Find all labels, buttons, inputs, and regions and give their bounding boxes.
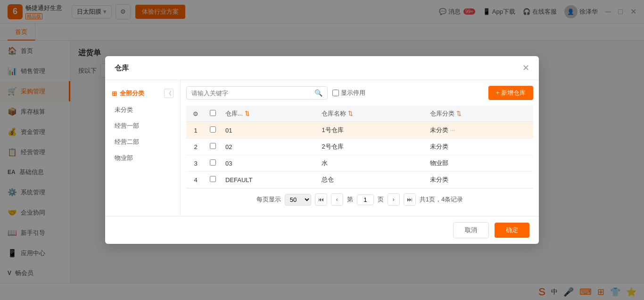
row-code: 03 — [221, 155, 317, 172]
row-checkbox[interactable] — [210, 143, 216, 149]
first-page-button[interactable]: ⏮ — [315, 193, 327, 206]
table-header: ⚙ 仓库...⇅ 仓库名称⇅ 仓库分类⇅ — [186, 106, 533, 122]
th-settings: ⚙ — [186, 106, 205, 122]
category-item-dept1[interactable]: 经营一部 — [105, 118, 180, 134]
warehouse-table: ⚙ 仓库...⇅ 仓库名称⇅ 仓库分类⇅ 1 01 1号仓库 未分类 ··· — [186, 106, 533, 188]
category-all-label: ⊞ 全部分类 — [112, 89, 144, 98]
dialog-footer: 取消 确定 — [105, 216, 539, 244]
category-item-unclassified[interactable]: 未分类 — [105, 102, 180, 118]
th-checkbox — [205, 106, 221, 122]
row-num: 3 — [186, 155, 205, 172]
confirm-button[interactable]: 确定 — [495, 223, 529, 238]
row-category: 未分类 — [425, 139, 533, 155]
th-category: 仓库分类⇅ — [425, 106, 533, 122]
table-row[interactable]: 4 DEFAULT 总仓 未分类 — [186, 172, 533, 188]
show-disabled-label[interactable]: 显示停用 — [332, 89, 365, 97]
add-warehouse-button[interactable]: + 新增仓库 — [488, 86, 533, 100]
row-num: 2 — [186, 139, 205, 155]
search-box: 🔍 — [186, 86, 328, 100]
row-code: 02 — [221, 139, 317, 155]
row-checkbox-cell — [205, 122, 221, 139]
dialog-body: ⊞ 全部分类 《 未分类 经营一部 经营二部 物业部 🔍 显示停用 — [105, 80, 539, 216]
category-all-header[interactable]: ⊞ 全部分类 《 — [105, 85, 180, 102]
row-category: 物业部 — [425, 155, 533, 172]
category-panel: ⊞ 全部分类 《 未分类 经营一部 经营二部 物业部 — [105, 80, 181, 216]
row-checkbox-cell — [205, 172, 221, 188]
row-name: 2号仓库 — [317, 139, 425, 155]
per-page-label: 每页显示 — [256, 195, 281, 204]
page-total: 共1页，4条记录 — [420, 195, 463, 204]
cancel-button[interactable]: 取消 — [453, 222, 489, 238]
dialog-title: 仓库 — [115, 64, 129, 73]
prev-page-button[interactable]: ‹ — [331, 193, 343, 206]
row-num: 1 — [186, 122, 205, 139]
table-row[interactable]: 3 03 水 物业部 — [186, 155, 533, 172]
th-name: 仓库名称⇅ — [317, 106, 425, 122]
th-code: 仓库...⇅ — [221, 106, 317, 122]
page-number-input[interactable] — [357, 194, 374, 205]
warehouse-dialog: 仓库 ✕ ⊞ 全部分类 《 未分类 经营一部 经营二部 物业部 🔍 — [105, 56, 539, 244]
search-icon: 🔍 — [314, 89, 322, 97]
table-row[interactable]: 2 02 2号仓库 未分类 — [186, 139, 533, 155]
collapse-button[interactable]: 《 — [164, 89, 173, 98]
search-input[interactable] — [191, 90, 314, 97]
row-name: 总仓 — [317, 172, 425, 188]
row-category: 未分类 ··· — [425, 122, 533, 139]
grid-icon: ⊞ — [112, 90, 117, 97]
per-page-select[interactable]: 50 20 100 — [285, 194, 311, 206]
all-category-text: 全部分类 — [120, 89, 144, 98]
next-page-button[interactable]: › — [388, 193, 400, 206]
row-checkbox-cell — [205, 139, 221, 155]
last-page-button[interactable]: ⏭ — [404, 193, 416, 206]
category-item-property[interactable]: 物业部 — [105, 150, 180, 166]
table-row[interactable]: 1 01 1号仓库 未分类 ··· — [186, 122, 533, 139]
row-name: 1号仓库 — [317, 122, 425, 139]
row-name: 水 — [317, 155, 425, 172]
row-category: 未分类 — [425, 172, 533, 188]
row-code: DEFAULT — [221, 172, 317, 188]
table-body: 1 01 1号仓库 未分类 ··· 2 02 2号仓库 未分类 3 — [186, 122, 533, 188]
row-more-icon[interactable]: ··· — [450, 126, 455, 133]
show-disabled-checkbox[interactable] — [332, 90, 339, 96]
header-row: ⚙ 仓库...⇅ 仓库名称⇅ 仓库分类⇅ — [186, 106, 533, 122]
dialog-close-button[interactable]: ✕ — [522, 63, 529, 73]
row-num: 4 — [186, 172, 205, 188]
show-disabled-text: 显示停用 — [341, 89, 365, 97]
table-toolbar: 🔍 显示停用 + 新增仓库 — [186, 86, 533, 100]
page-label: 第 — [347, 195, 353, 204]
row-code: 01 — [221, 122, 317, 139]
category-item-dept2[interactable]: 经营二部 — [105, 134, 180, 150]
page-unit: 页 — [378, 195, 384, 204]
row-checkbox[interactable] — [210, 176, 216, 182]
row-checkbox-cell — [205, 155, 221, 172]
select-all-checkbox[interactable] — [210, 110, 216, 116]
row-checkbox[interactable] — [210, 159, 216, 166]
table-panel: 🔍 显示停用 + 新增仓库 ⚙ 仓库...⇅ 仓库名称⇅ 仓库分类⇅ — [181, 80, 539, 216]
dialog-header: 仓库 ✕ — [105, 56, 539, 80]
row-checkbox[interactable] — [210, 126, 216, 133]
pagination: 每页显示 50 20 100 ⏮ ‹ 第 页 › ⏭ 共1页，4条记录 — [186, 188, 533, 210]
